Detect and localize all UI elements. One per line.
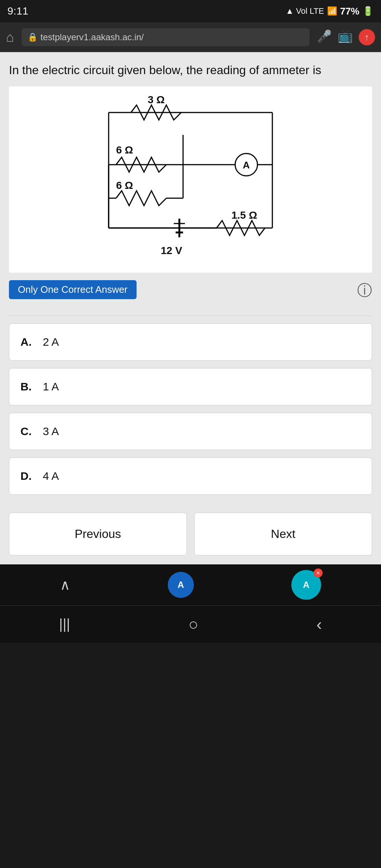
notification-badge: ✕ <box>314 568 323 577</box>
option-b[interactable]: B. 1 A <box>9 368 372 405</box>
svg-text:1.5 Ω: 1.5 Ω <box>231 209 257 221</box>
navigation-buttons: Previous Next <box>0 504 381 564</box>
option-d-label: D. <box>20 470 35 482</box>
option-c-value: 3 A <box>43 425 59 438</box>
options-container: A. 2 A B. 1 A C. 3 A D. 4 A <box>9 323 372 504</box>
menu-button[interactable]: ||| <box>59 616 70 632</box>
url-text: testplayerv1.aakash.ac.in/ <box>41 32 144 42</box>
network-icon: ▲ Vol LTE <box>286 6 324 16</box>
time-display: 9:11 <box>7 5 29 17</box>
svg-text:6 Ω: 6 Ω <box>116 144 133 156</box>
next-button[interactable]: Next <box>194 513 372 555</box>
home-icon[interactable]: ⌂ <box>6 29 14 45</box>
system-nav: ||| ○ ‹ <box>0 605 381 643</box>
profile-icon[interactable]: ↑ <box>359 29 375 45</box>
previous-button[interactable]: Previous <box>9 513 187 555</box>
svg-text:12 V: 12 V <box>161 245 182 256</box>
aakash-app-icon-2[interactable]: A ✕ <box>291 570 321 600</box>
answer-type-row: Only One Correct Answer ⓘ <box>9 280 372 308</box>
option-d[interactable]: D. 4 A <box>9 457 372 495</box>
bottom-app-bar: ∧ A A ✕ <box>0 564 381 605</box>
battery-display: 77% <box>340 6 359 17</box>
main-content: In the electric circuit given below, the… <box>0 52 381 504</box>
mic-icon[interactable]: 🎤 <box>317 29 332 45</box>
option-b-label: B. <box>20 380 35 393</box>
chevron-up-icon[interactable]: ∧ <box>60 577 70 593</box>
aakash-app-icon-1[interactable]: A <box>168 572 194 598</box>
question-text: In the electric circuit given below, the… <box>9 61 372 79</box>
back-button[interactable]: ‹ <box>316 615 322 634</box>
browser-icons: 🎤 📺 ↑ <box>317 29 375 45</box>
svg-text:A: A <box>243 159 250 171</box>
cast-icon[interactable]: 📺 <box>338 29 353 45</box>
answer-type-badge: Only One Correct Answer <box>9 280 137 299</box>
option-c[interactable]: C. 3 A <box>9 413 372 450</box>
option-a[interactable]: A. 2 A <box>9 323 372 361</box>
divider <box>9 316 372 316</box>
circuit-svg: 3 Ω 6 Ω 6 Ω A 1.5 Ω <box>86 90 295 269</box>
signal-icon: 📶 <box>327 6 337 16</box>
circuit-diagram: 3 Ω 6 Ω 6 Ω A 1.5 Ω <box>9 86 372 273</box>
option-a-label: A. <box>20 336 35 348</box>
url-box[interactable]: 🔒 testplayerv1.aakash.ac.in/ <box>22 28 310 46</box>
option-d-value: 4 A <box>43 470 59 482</box>
status-bar: 9:11 ▲ Vol LTE 📶 77% 🔋 <box>0 0 381 22</box>
option-a-value: 2 A <box>43 336 59 348</box>
svg-text:3 Ω: 3 Ω <box>148 94 165 105</box>
option-c-label: C. <box>20 425 35 438</box>
status-right: ▲ Vol LTE 📶 77% 🔋 <box>286 6 374 17</box>
lock-icon: 🔒 <box>28 32 38 42</box>
info-icon[interactable]: ⓘ <box>357 280 372 301</box>
battery-icon: 🔋 <box>362 6 374 16</box>
home-button[interactable]: ○ <box>188 615 198 634</box>
option-b-value: 1 A <box>43 380 59 393</box>
svg-text:6 Ω: 6 Ω <box>116 180 133 191</box>
address-bar: ⌂ 🔒 testplayerv1.aakash.ac.in/ 🎤 📺 ↑ <box>0 22 381 52</box>
